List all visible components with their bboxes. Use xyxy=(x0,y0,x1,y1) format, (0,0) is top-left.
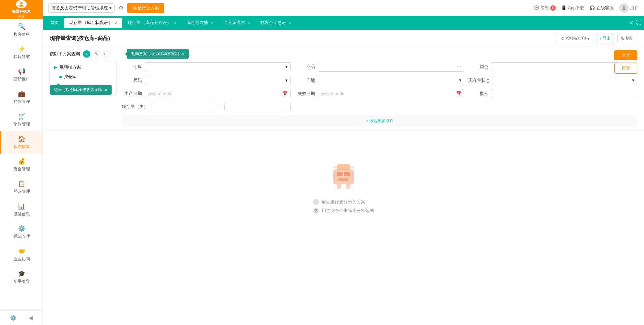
page-title: 现存量查询(按仓库+商品) xyxy=(50,35,110,42)
sidebar-item-search[interactable]: 🔍 搜索菜单 xyxy=(0,19,43,41)
produce-date-input[interactable]: yyyy-mm-dd 📅 xyxy=(145,89,291,98)
sidebar-item-sales[interactable]: 💼 销售管理 xyxy=(0,86,43,109)
message-label: 消息 xyxy=(540,5,549,11)
sidebar-item-purchase[interactable]: 🛒 采购管理 xyxy=(0,109,43,131)
tab-inventory-dist[interactable]: 现存量（库存分布表） ✕ xyxy=(123,18,181,28)
sidebar-nav: 🔍 搜索菜单 ⚡ 快捷导航 📢 营销推广 💼 销售管理 🛒 采购管理 🏠 库存核… xyxy=(0,19,43,310)
filter-rows-container: 仓库 ▾ 商品 ··· 颜色 xyxy=(122,62,637,111)
scheme-arrow-icon: ▶ xyxy=(54,65,57,70)
empty-illustration xyxy=(327,158,360,192)
sidebar-item-system[interactable]: ⚙️ 系统管理 xyxy=(0,221,43,243)
tab-inventory-status[interactable]: 现存量（库存状况表） ✕ xyxy=(64,18,122,28)
filter-row-3: 生产日期 yyyy-mm-dd 📅 失效日期 yyyy-mm-dd 📅 xyxy=(122,89,637,98)
svg-rect-6 xyxy=(337,164,350,170)
origin-label: 产地 xyxy=(295,77,315,84)
trial-button[interactable]: 体验行业方案 xyxy=(127,3,164,13)
tab-inout-close[interactable]: ✕ xyxy=(247,21,250,25)
tab-summary-close[interactable]: ✕ xyxy=(288,21,291,25)
stock-qty-from[interactable] xyxy=(151,102,217,111)
tab-batch-close[interactable]: ✕ xyxy=(210,21,213,25)
produce-date-calendar-icon[interactable]: 📅 xyxy=(282,91,288,96)
svg-rect-10 xyxy=(346,184,350,189)
settings-icon[interactable]: ⚙ xyxy=(119,5,123,11)
sidebar-item-guide[interactable]: 🎓 新手引导 xyxy=(0,266,43,288)
sidebar-item-quicknav[interactable]: ⚡ 快捷导航 xyxy=(0,41,43,64)
stock-qty-to[interactable] xyxy=(224,102,291,111)
expire-date-input[interactable]: yyyy-mm-dd 📅 xyxy=(318,89,464,98)
sidebar-item-enterprise[interactable]: 🤝 企业协同 xyxy=(0,243,43,266)
stock-qty-range: — xyxy=(151,102,291,111)
system-icon: ⚙️ xyxy=(18,225,25,232)
tab-close-all-icon[interactable]: ✕ xyxy=(629,20,633,26)
top-header: 装备及固定资产辅助管理系统 ▾ ⚙ 体验行业方案 💬 消息 6 📱 App下载 … xyxy=(43,0,644,16)
edit-tooltip-close[interactable]: ✕ xyxy=(104,88,108,92)
sidebar-item-inventory[interactable]: 🏠 库存核算 xyxy=(0,131,43,154)
stock-status-select[interactable]: ▾ xyxy=(493,76,637,85)
sales-icon: 💼 xyxy=(18,90,25,98)
refresh-button[interactable]: ↻ 刷新 xyxy=(617,34,637,43)
page-actions: 🖨 按模板打印 ▾ ↑ 导出 ↻ 刷新 xyxy=(557,34,637,43)
edit-scheme-button[interactable]: ✎ xyxy=(93,50,100,58)
export-button[interactable]: ↑ 导出 xyxy=(596,34,614,43)
origin-select[interactable]: ▾ xyxy=(318,76,464,85)
filter-cell-expire-date: 失效日期 yyyy-mm-dd 📅 xyxy=(295,89,464,98)
search-button[interactable]: 查询 xyxy=(614,50,637,60)
produce-date-label: 生产日期 xyxy=(122,91,142,97)
tab-inventory-status-close[interactable]: ✕ xyxy=(115,21,118,25)
expire-date-placeholder: yyyy-mm-dd xyxy=(321,91,344,96)
scheme-item-desktop[interactable]: ▶ 电脑端方案 xyxy=(50,61,116,73)
collapse-bar[interactable]: ∧ 收起更多条件 xyxy=(122,115,637,126)
add-scheme-button[interactable]: + xyxy=(83,50,90,58)
tab-fullscreen-icon[interactable]: ⛶ xyxy=(636,20,641,26)
back-scheme-button[interactable]: ⟵ xyxy=(103,50,110,58)
add-tooltip-close[interactable]: ✕ xyxy=(181,52,184,56)
finance-icon: 💰 xyxy=(18,158,25,165)
app-name: 畅通好生意 xyxy=(12,9,31,14)
svg-rect-3 xyxy=(337,172,343,176)
product-dots-icon[interactable]: ··· xyxy=(457,64,461,70)
filter-section: 按以下方案查询 + ✎ ⟵ 电脑方案可设为移动方案哦 ✕ ▶ 电脑端方案 xyxy=(43,46,644,131)
empty-step-2: 2 用过滤条件来缩小分析范围 xyxy=(313,208,374,214)
product-input-wrapper[interactable]: ··· xyxy=(318,62,464,72)
tab-summary[interactable]: 收发存汇总表 ✕ xyxy=(256,18,296,28)
batch-input[interactable] xyxy=(491,89,637,98)
produce-date-placeholder: yyyy-mm-dd xyxy=(148,91,171,96)
tab-home[interactable]: 首页 xyxy=(46,18,64,28)
online-service-action[interactable]: 🎧 在线客服 xyxy=(590,5,614,11)
print-button[interactable]: 🖨 按模板打印 ▾ xyxy=(557,34,593,43)
sidebar-item-finance[interactable]: 💰 资金管理 xyxy=(0,154,43,176)
app-download-action[interactable]: 📱 App下载 xyxy=(561,5,584,11)
expire-date-calendar-icon[interactable]: 📅 xyxy=(456,91,461,96)
tab-summary-label: 收发存汇总表 xyxy=(260,20,286,26)
system-selector[interactable]: 装备及固定资产辅助管理系统 ▾ xyxy=(48,3,115,13)
sidebar: 畅通好生意 标版 🔍 搜索菜单 ⚡ 快捷导航 📢 营销推广 💼 销售管理 🛒 采… xyxy=(0,0,43,325)
color-label: 颜色 xyxy=(468,64,488,70)
message-action[interactable]: 💬 消息 6 xyxy=(534,5,556,11)
warehouse-select[interactable]: ▾ xyxy=(145,62,291,71)
sidebar-item-marketing[interactable]: 📢 营销推广 xyxy=(0,64,43,86)
tab-home-label: 首页 xyxy=(50,20,59,26)
tab-batch[interactable]: 库存批次账 ✕ xyxy=(182,18,218,28)
filter-cell-color: 颜色 ▾ xyxy=(468,62,637,71)
inventory-icon: 🏠 xyxy=(18,135,25,143)
sidebar-item-operations[interactable]: 📋 经营管理 xyxy=(0,176,43,199)
empty-steps: 1 请先选择要分析的方案 2 用过滤条件来缩小分析范围 xyxy=(313,199,374,216)
refresh-label: 刷新 xyxy=(626,36,634,41)
scheme-sub-label: 按仓库 xyxy=(64,74,76,80)
size-select[interactable]: ▾ xyxy=(145,76,291,85)
collapse-label: 收起更多条件 xyxy=(370,118,394,123)
user-action[interactable]: 用户 xyxy=(619,3,639,13)
sidebar-item-basic[interactable]: 📊 基础信息 xyxy=(0,199,43,221)
sidebar-item-guide-label: 新手引导 xyxy=(14,279,30,284)
page-header: 现存量查询(按仓库+商品) 🖨 按模板打印 ▾ ↑ 导出 ↻ 刷新 xyxy=(43,30,644,46)
headset-icon: 🎧 xyxy=(590,5,595,10)
tab-inventory-dist-close[interactable]: ✕ xyxy=(173,21,176,25)
tab-inout[interactable]: 出入库流水 ✕ xyxy=(219,18,255,28)
step-1-text: 请先选择要分析的方案 xyxy=(322,199,365,205)
settings-bottom-icon[interactable]: ⚙️ xyxy=(10,315,17,321)
sidebar-item-quicknav-label: 快捷导航 xyxy=(14,54,30,60)
collapse-sidebar-icon[interactable]: ◀ xyxy=(29,315,33,321)
step-2-num: 2 xyxy=(313,208,319,214)
reset-button[interactable]: 设置 xyxy=(614,63,637,74)
app-logo: 畅通好生意 标版 xyxy=(0,0,43,19)
